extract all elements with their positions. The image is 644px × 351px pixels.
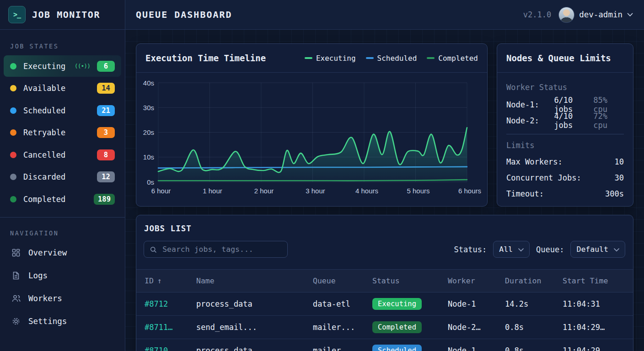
job-duration: 0.8s (505, 346, 563, 351)
filter-select-status[interactable]: All (493, 241, 530, 258)
column-label: Status (372, 277, 400, 285)
column-label: ID (145, 277, 154, 285)
column-header-queue[interactable]: Queue (313, 277, 372, 285)
state-label: Completed (23, 195, 65, 204)
x-tick-label: 2 hour (254, 187, 274, 195)
limit-row: Timeout:300s (506, 186, 624, 202)
column-label: Name (196, 277, 215, 285)
table-row[interactable]: #8710process_datamailerScheduledNode-10.… (136, 339, 633, 351)
table-row[interactable]: #8711…send_email...mailer...CompletedNod… (136, 316, 633, 339)
node-name: Node-2: (506, 116, 554, 125)
sidebar-state-scheduled[interactable]: Scheduled21 (4, 100, 121, 121)
state-dot-icon (10, 174, 16, 180)
column-header-id[interactable]: ID↑ (145, 277, 196, 285)
search-icon (150, 245, 157, 254)
nav-item-logs[interactable]: Logs (0, 264, 125, 287)
jobs-table: ID↑NameQueueStatusWorkerDurationStart Ti… (136, 269, 633, 351)
sort-arrow-icon: ↑ (157, 277, 162, 285)
brand-title: JOB MONITOR (32, 9, 100, 20)
node-jobs: 6/10 jobs (554, 96, 593, 114)
job-id-link[interactable]: #8711… (145, 323, 196, 332)
y-tick-label: 20s (143, 128, 154, 136)
state-label: Executing (23, 62, 65, 71)
chevron-down-icon (518, 245, 524, 254)
brand: >_ JOB MONITOR (0, 0, 125, 30)
job-name: process_data (196, 346, 313, 351)
node-cpu: 72% cpu (593, 112, 624, 130)
chevron-down-icon (614, 245, 619, 254)
y-tick-label: 0s (147, 178, 154, 186)
job-queue: mailer... (313, 323, 372, 332)
job-duration: 14.2s (505, 299, 563, 308)
limit-value: 10 (615, 157, 624, 166)
column-header-duration[interactable]: Duration (505, 277, 563, 285)
sidebar-state-retryable[interactable]: Retryable3 (4, 122, 121, 144)
jobs-list-title: JOBS LIST (144, 224, 192, 233)
nav-item-label: Logs (28, 271, 48, 280)
column-header-worker[interactable]: Worker (448, 277, 505, 285)
select-value: Default (576, 245, 608, 254)
x-tick-label: 4 hours (355, 187, 378, 195)
state-label: Cancelled (23, 150, 65, 160)
job-states-section-label: JOB STATES (0, 43, 125, 50)
terminal-logo-icon: >_ (8, 6, 26, 23)
sidebar-state-cancelled[interactable]: Cancelled8 (4, 144, 121, 165)
y-tick-label: 30s (143, 104, 154, 112)
chevron-down-icon (627, 13, 633, 17)
state-dot-icon (10, 63, 16, 69)
timeline-card: Execution Time Timeline ExecutingSchedul… (136, 43, 488, 207)
node-name: Node-1: (506, 100, 554, 109)
state-label: Retryable (23, 128, 65, 137)
sidebar-state-completed[interactable]: Completed189 (4, 188, 121, 210)
state-label: Scheduled (23, 106, 65, 115)
nav-item-workers[interactable]: Workers (0, 287, 125, 310)
filter-label-status: Status: (454, 245, 487, 254)
x-tick-label: 1 hour (203, 187, 222, 195)
column-header-name[interactable]: Name (196, 277, 313, 285)
x-tick-label: 3 hour (306, 187, 325, 195)
column-header-status[interactable]: Status (372, 277, 448, 285)
table-row[interactable]: #8712process_datadata-etlExecutingNode-1… (136, 292, 633, 316)
limit-value: 300s (605, 189, 624, 198)
job-worker: Node-2… (448, 323, 505, 332)
search-input[interactable] (161, 245, 282, 254)
x-tick-label: 5 hours (407, 187, 429, 195)
worker-status-list: Node-1:6/10 jobs85% cpuNode-2:4/10 jobs7… (506, 96, 624, 128)
job-name: send_email... (196, 323, 313, 332)
state-label: Discarded (23, 172, 65, 181)
jobs-search[interactable] (144, 241, 288, 258)
user-menu[interactable]: dev-admin (558, 7, 633, 23)
nodes-limits-card: Nodes & Queue Limits Worker Status Node-… (497, 43, 633, 207)
job-name: process_data (196, 299, 313, 308)
sidebar-state-discarded[interactable]: Discarded12 (4, 166, 121, 188)
limits-label: Limits (506, 141, 624, 150)
column-label: Duration (505, 277, 541, 285)
column-header-start-time[interactable]: Start Time (563, 277, 631, 285)
x-tick-label: 6 hour (151, 187, 171, 195)
status-badge: Executing (372, 298, 422, 310)
jobs-list-card: JOBS LIST Status:AllQueue:Default ID↑Nam… (136, 215, 633, 351)
filter-select-queue[interactable]: Default (570, 241, 625, 258)
job-start-time: 11:04:29… (563, 323, 631, 332)
page-title: QUEUE DASHBOARD (136, 9, 232, 20)
navigation-list: OverviewLogsWorkersSettings (0, 241, 125, 333)
sidebar-state-executing[interactable]: Executing((•))6 (4, 55, 121, 77)
job-id-link[interactable]: #8712 (145, 299, 196, 308)
y-tick-label: 40s (143, 79, 154, 87)
limit-row: Max Workers:10 (506, 154, 624, 170)
state-dot-icon (10, 196, 16, 202)
column-label: Queue (313, 277, 336, 285)
avatar (558, 7, 574, 23)
job-id-link[interactable]: #8710 (145, 346, 196, 351)
job-start-time: 11:04:29 (563, 346, 631, 351)
limits-list: Max Workers:10Concurrent Jobs:30Timeout:… (506, 154, 624, 202)
column-label: Start Time (563, 277, 608, 285)
state-count-badge: 3 (97, 127, 115, 138)
nav-item-overview[interactable]: Overview (0, 241, 125, 264)
sidebar-state-available[interactable]: Available14 (4, 78, 121, 99)
live-broadcast-icon: ((•)) (75, 63, 90, 69)
nav-item-settings[interactable]: Settings (0, 310, 125, 333)
state-count-badge: 189 (94, 194, 115, 205)
job-worker: Node-1 (448, 346, 505, 351)
job-queue: data-etl (313, 299, 372, 308)
